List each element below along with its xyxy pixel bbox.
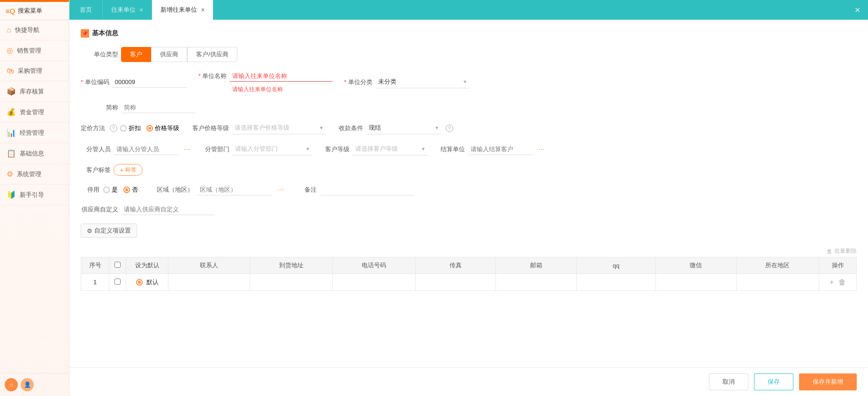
row-check[interactable]	[109, 274, 126, 291]
tab-home[interactable]: 首页	[69, 0, 103, 20]
region-more-btn[interactable]: ···	[276, 186, 286, 194]
sidebar-item-finance[interactable]: 💰资金管理	[0, 102, 69, 123]
dept-select[interactable]: 请输入分管部门 ▾	[232, 143, 312, 155]
unit-type-supplier-btn[interactable]: 供应商	[151, 47, 187, 62]
pricing-level-radio[interactable]: 价格等级	[146, 124, 179, 132]
sidebar-search[interactable]: ≡Q 搜索菜单	[0, 2, 69, 20]
disabled-yes-label: 是	[112, 186, 118, 194]
close-window-btn[interactable]: ✕	[847, 6, 868, 15]
remark-label: 备注	[305, 186, 317, 194]
row-wechat[interactable]	[656, 274, 736, 291]
manager-more-btn[interactable]: ···	[182, 145, 192, 154]
row-contact[interactable]	[168, 274, 250, 291]
pricing-level-label: 价格等级	[155, 124, 179, 132]
add-tag-btn[interactable]: + 标签	[114, 164, 143, 176]
sidebar-user-btn[interactable]: 👤	[21, 378, 34, 391]
sidebar-item-operation[interactable]: 📊经营管理	[0, 123, 69, 143]
sales-icon: ◎	[7, 46, 13, 55]
chevron-down-icon: ▾	[464, 78, 466, 85]
batch-delete-icon: 🗑	[827, 248, 832, 255]
pricing-radio-group: 折扣 价格等级	[120, 124, 179, 132]
supplier-custom-row: 供应商自定义	[81, 204, 857, 215]
tabs-container: 首页往来单位×新增往来单位×	[69, 0, 847, 20]
row-default[interactable]: 默认	[126, 274, 168, 291]
customer-level-select[interactable]: 请选择客户等级 ▾	[352, 143, 427, 155]
sidebar-item-label: 资金管理	[20, 108, 44, 116]
unit-type-both-btn[interactable]: 客户/供应商	[187, 47, 237, 62]
row-region[interactable]	[736, 274, 819, 291]
search-icon: ≡Q	[6, 7, 15, 15]
pricing-discount-radio[interactable]: 折扣	[120, 124, 141, 132]
pricing-help-icon[interactable]: ?	[110, 124, 117, 132]
row-checkbox[interactable]	[114, 279, 121, 285]
batch-delete-area[interactable]: 🗑 批量删除	[81, 247, 857, 255]
payment-terms-label: 收款条件	[339, 124, 363, 132]
row-qq[interactable]	[576, 274, 655, 291]
settlement-more-btn[interactable]: ···	[536, 145, 546, 154]
unit-type-label: 单位类型	[81, 50, 118, 59]
unit-name-error: 请输入往来单位名称	[232, 85, 283, 93]
row-email[interactable]	[496, 274, 576, 291]
payment-terms-select[interactable]: 现结 ▾	[366, 122, 441, 134]
settlement-input[interactable]	[468, 144, 533, 155]
footer: 取消 保存 保存并新增	[69, 367, 868, 396]
disabled-yes-radio[interactable]: 是	[103, 186, 118, 194]
email-input[interactable]	[501, 277, 571, 287]
sidebar-item-purchase[interactable]: 🛍采购管理	[0, 61, 69, 81]
th-address: 到货地址	[250, 257, 332, 274]
sidebar-item-sales[interactable]: ◎销售管理	[0, 40, 69, 61]
row-region-input[interactable]	[741, 277, 814, 287]
dept-label: 分管部门	[205, 145, 229, 154]
th-fax: 传真	[415, 257, 495, 274]
th-num: 序号	[81, 257, 109, 274]
disabled-no-dot	[125, 188, 128, 191]
inventory-icon: 📦	[7, 87, 16, 96]
row-add-btn[interactable]: +	[828, 278, 835, 286]
manager-field: 分管人员 ···	[81, 144, 192, 155]
cancel-button[interactable]: 取消	[709, 373, 748, 390]
tab-close-icon[interactable]: ×	[139, 7, 143, 13]
unit-type-customer-btn[interactable]: 客户	[121, 47, 151, 62]
qq-input[interactable]	[581, 277, 651, 287]
fax-input[interactable]	[420, 277, 491, 287]
unit-code-input[interactable]	[112, 77, 187, 88]
address-input[interactable]	[255, 277, 327, 287]
tab-new-partner[interactable]: 新增往来单位×	[152, 0, 213, 20]
wechat-input[interactable]	[661, 277, 731, 287]
sidebar-item-basic[interactable]: 📋基础信息	[0, 143, 69, 164]
sidebar-item-system[interactable]: ⚙系统管理	[0, 164, 69, 185]
customer-price-placeholder: 请选择客户价格等级	[235, 124, 318, 132]
sidebar: ≡Q 搜索菜单 ⌂快捷导航◎销售管理🛍采购管理📦库存核算💰资金管理📊经营管理📋基…	[0, 0, 69, 396]
save-new-button[interactable]: 保存并新增	[799, 373, 857, 390]
region-input[interactable]	[197, 184, 272, 195]
supplier-custom-input[interactable]	[121, 204, 215, 215]
row-delete-btn[interactable]: 🗑	[837, 278, 847, 286]
add-tag-label: 标签	[125, 166, 137, 174]
phone-input[interactable]	[337, 277, 410, 287]
unit-name-input[interactable]	[229, 70, 333, 82]
customer-level-field: 客户等级 请选择客户等级 ▾	[325, 143, 427, 155]
finance-icon: 💰	[7, 108, 16, 116]
payment-help-icon[interactable]: ?	[446, 124, 453, 132]
save-button[interactable]: 保存	[754, 373, 793, 390]
sidebar-item-inventory[interactable]: 📦库存核算	[0, 81, 69, 102]
select-all-checkbox[interactable]	[114, 262, 121, 268]
th-ops: 操作	[819, 257, 857, 274]
contact-input[interactable]	[173, 277, 245, 287]
manager-input[interactable]	[114, 144, 179, 155]
customer-price-select[interactable]: 请选择客户价格等级 ▾	[232, 122, 326, 134]
sidebar-item-guide[interactable]: 🔰新手引导	[0, 185, 69, 205]
sidebar-home-btn[interactable]: ⌂	[5, 378, 18, 391]
row-phone[interactable]	[333, 274, 415, 291]
sidebar-item-quick-nav[interactable]: ⌂快捷导航	[0, 20, 69, 40]
tab-partners[interactable]: 往来单位×	[103, 0, 152, 20]
row-fax[interactable]	[415, 274, 495, 291]
row-address[interactable]	[250, 274, 332, 291]
abbr-input[interactable]	[121, 102, 196, 113]
unit-category-select[interactable]: 未分类 ▾	[375, 76, 469, 88]
remark-input[interactable]	[320, 184, 414, 195]
custom-settings-btn[interactable]: ⚙ 自定义项设置	[81, 224, 137, 238]
tab-close-icon[interactable]: ×	[201, 7, 205, 13]
plus-icon: +	[120, 166, 123, 174]
disabled-no-radio[interactable]: 否	[123, 186, 138, 194]
